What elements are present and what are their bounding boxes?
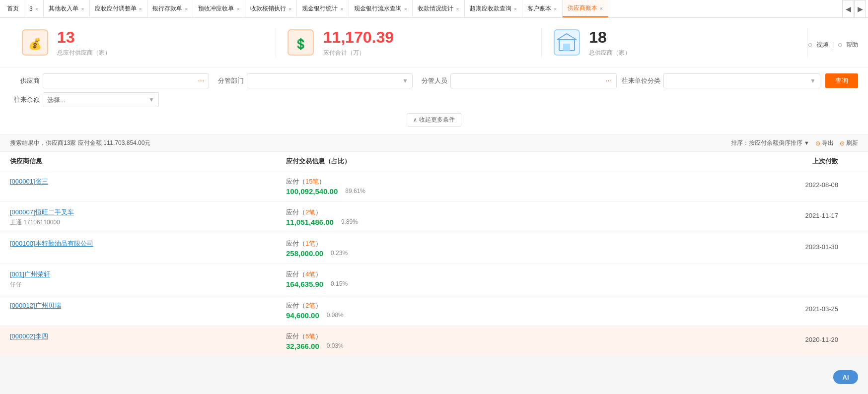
filter-item-category: 往来单位分类 ▼ <box>622 73 821 88</box>
refresh-label: 刷新 <box>846 139 858 147</box>
transaction-info: 应付（2笔） 94,600.00 0.08% <box>286 301 617 320</box>
nav-tab-overdue-query[interactable]: 超期应收款查询 × <box>465 0 522 17</box>
nav-tab-cash-bank-stats[interactable]: 现金银行统计 × <box>297 0 349 17</box>
category-dropdown-icon[interactable]: ▼ <box>810 77 816 84</box>
nav-tab-supplier-ledger[interactable]: 供应商账本 × <box>563 0 608 17</box>
supplier-link[interactable]: [001]广州荣轩 <box>10 270 286 279</box>
stat-number-total-suppliers: 18 <box>589 28 797 47</box>
close-icon[interactable]: × <box>456 6 459 12</box>
help-link[interactable]: 帮助 <box>846 41 858 49</box>
close-icon[interactable]: × <box>236 6 239 12</box>
nav-tab-prepay[interactable]: 预收冲应收单 × <box>193 0 245 17</box>
filter-item-person: 分管人员 ··· <box>418 73 617 88</box>
trans-amount[interactable]: 94,600.00 <box>286 311 319 320</box>
close-icon[interactable]: × <box>81 6 84 12</box>
nav-tab-collection[interactable]: 收款核销执行 × <box>245 0 297 17</box>
table-row: [000002]李四 应付（5笔） 32,366.00 0.03% 2020-1… <box>0 326 868 357</box>
supplier-link[interactable]: [000007]恒旺二手叉车 <box>10 208 286 217</box>
balance-input[interactable] <box>47 96 148 104</box>
refresh-icon: ⊙ <box>840 140 845 147</box>
supplier-input[interactable] <box>47 77 198 85</box>
search-button[interactable]: 查询 <box>825 73 858 88</box>
trans-amount[interactable]: 32,366.00 <box>286 342 319 350</box>
nav-tab-cash-bank-flow-label: 现金银行流水查询 <box>354 4 402 13</box>
balance-label: 往来余额 <box>10 95 40 104</box>
nav-tab-collection-label: 收款核销执行 <box>250 4 286 13</box>
close-icon[interactable]: × <box>185 6 188 12</box>
nav-tab-home-label: 首页 <box>7 4 19 13</box>
close-icon[interactable]: × <box>35 6 38 12</box>
collapse-button[interactable]: ∧ 收起更多条件 <box>407 113 461 127</box>
refresh-button[interactable]: ⊙ 刷新 <box>840 139 858 147</box>
supplier-link[interactable]: [000001]张三 <box>10 177 286 186</box>
last-pay-date <box>617 270 858 274</box>
close-icon[interactable]: × <box>404 6 407 12</box>
nav-arrow-left[interactable]: ◀ <box>842 0 854 18</box>
trans-amount[interactable]: 100,092,540.00 <box>286 187 338 196</box>
close-icon[interactable]: × <box>139 6 142 12</box>
nav-tab-home[interactable]: 首页 <box>2 0 24 17</box>
close-icon[interactable]: × <box>600 5 603 11</box>
trans-amount[interactable]: 11,051,486.00 <box>286 218 334 226</box>
video-link[interactable]: 视频 <box>816 41 828 49</box>
export-button[interactable]: ⊙ 导出 <box>815 139 834 147</box>
sort-dropdown-icon: ▼ <box>804 140 809 146</box>
person-dots-icon[interactable]: ··· <box>605 76 612 85</box>
stat-number-payable-suppliers: 13 <box>57 28 266 47</box>
nav-arrow-right[interactable]: ▶ <box>854 0 866 18</box>
trans-row: 164,635.90 0.15% <box>286 279 617 288</box>
person-input[interactable] <box>455 77 605 85</box>
nav-tab-supplier-ledger-label: 供应商账本 <box>568 4 597 12</box>
trans-amount[interactable]: 164,635.90 <box>286 280 323 288</box>
table-row: [000001]张三 应付（15笔） 100,092,540.00 89.61%… <box>0 171 868 202</box>
last-pay-date: 2022-08-08 <box>617 177 858 189</box>
supplier-link[interactable]: [000002]李四 <box>10 332 286 341</box>
close-icon[interactable]: × <box>514 6 517 12</box>
supplier-link[interactable]: [000100]本特勤油品有限公司 <box>10 239 286 248</box>
close-icon[interactable]: × <box>554 6 557 12</box>
person-input-wrap: ··· <box>450 73 617 88</box>
stats-bar: 💰 13 总应付供应商（家） 💲 11,170.39 应付合计（万） <box>0 18 868 67</box>
trans-title: 应付（5笔） <box>286 332 617 341</box>
supplier-sub: 王通 17106110000 <box>10 218 286 227</box>
last-pay-date: 2021-11-17 <box>617 208 858 219</box>
trans-amount[interactable]: 258,000.00 <box>286 249 323 258</box>
stat-item-payable-total: 💲 11,170.39 应付合计（万） <box>276 28 542 58</box>
close-icon[interactable]: × <box>289 6 291 12</box>
ai-badge[interactable]: Ai <box>833 370 858 384</box>
trans-count: 2笔 <box>305 208 315 216</box>
close-icon[interactable]: × <box>340 6 343 12</box>
svg-text:💰: 💰 <box>28 37 42 51</box>
category-input[interactable] <box>668 77 810 85</box>
balance-input-wrap: ▼ <box>43 92 159 107</box>
trans-percent: 89.61% <box>345 188 365 195</box>
dept-input[interactable] <box>251 77 403 85</box>
last-pay-date: 2020-11-20 <box>617 332 858 343</box>
trans-title: 应付（2笔） <box>286 208 617 217</box>
nav-tab-3[interactable]: 3 × <box>24 0 44 17</box>
sort-select[interactable]: 排序：按应付余额倒序排序 ▼ <box>731 139 809 147</box>
trans-percent: 0.15% <box>331 280 348 287</box>
nav-tab-other-income[interactable]: 其他收入单 × <box>44 0 89 17</box>
supplier-dots-icon[interactable]: ··· <box>198 76 204 85</box>
nav-tab-bank-deposit-label: 银行存款单 <box>152 4 182 13</box>
svg-rect-6 <box>563 44 570 51</box>
dept-dropdown-icon[interactable]: ▼ <box>402 77 408 84</box>
trans-title: 应付（2笔） <box>286 301 617 310</box>
trans-title: 应付（15笔） <box>286 177 617 186</box>
supplier-link[interactable]: [000012]广州贝瑞 <box>10 301 286 310</box>
nav-tab-bank-deposit[interactable]: 银行存款单 × <box>147 0 193 17</box>
export-icon: ⊙ <box>815 140 820 147</box>
nav-tab-collection-stats[interactable]: 收款情况统计 × <box>413 0 464 17</box>
nav-tab-customer-ledger[interactable]: 客户账本 × <box>522 0 562 17</box>
nav-tab-adjustment[interactable]: 应收应付调整单 × <box>90 0 147 17</box>
trans-count: 1笔 <box>305 240 315 247</box>
balance-dropdown-icon[interactable]: ▼ <box>148 96 154 103</box>
trans-percent: 9.89% <box>341 218 358 225</box>
nav-tab-cash-bank-flow[interactable]: 现金银行流水查询 × <box>349 0 413 17</box>
trans-title: 应付（1笔） <box>286 239 617 248</box>
supplier-info: [001]广州荣轩 仔仔 <box>10 270 286 289</box>
top-navigation: 首页 3 × 其他收入单 × 应收应付调整单 × 银行存款单 × 预收冲应收单 … <box>0 0 868 18</box>
stat-content-payable-total: 11,170.39 应付合计（万） <box>323 28 532 57</box>
nav-tab-adjustment-label: 应收应付调整单 <box>95 4 137 13</box>
